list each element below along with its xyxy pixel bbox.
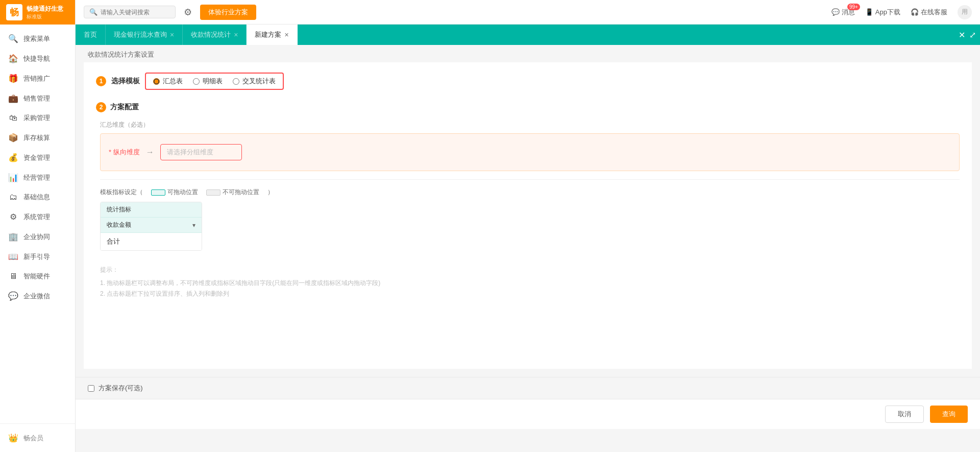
sales-icon: 💼 — [8, 93, 18, 103]
message-item[interactable]: 💬 消息 99+ — [831, 8, 855, 17]
service-item[interactable]: 🎧 在线客服 — [911, 8, 947, 17]
search-menu-icon: 🔍 — [8, 34, 18, 43]
tab-expand-icon[interactable]: ⤢ — [969, 30, 976, 40]
trial-button[interactable]: 体验行业方案 — [200, 5, 256, 20]
tab-bar: 首页 现金银行流水查询 × 收款情况统计 × 新建方案 × ✕ ⤢ — [76, 25, 980, 45]
dimension-config-label: 汇总维度（必选） — [100, 121, 960, 129]
sidebar-item-inventory[interactable]: 📦 库存核算 — [0, 128, 75, 148]
metrics-legend: 模板指标设定（ 可拖动位置 不可拖动位置 ） — [100, 188, 960, 197]
purchase-icon: 🛍 — [8, 113, 18, 123]
download-icon: 📱 — [865, 8, 873, 16]
guide-icon: 📖 — [8, 252, 18, 261]
operations-icon: 📊 — [8, 173, 18, 182]
tab-collection-stats-close[interactable]: × — [234, 31, 238, 39]
sidebar: 畅 畅捷通好生意 标准版 🔍 搜索菜单 🏠 快捷导航 🎁 营销推广 💼 销售管理… — [0, 0, 76, 452]
metrics-table-row: 合计 — [101, 233, 202, 250]
save-option-label[interactable]: 方案保存(可选) — [99, 384, 143, 393]
tab-bank-flow[interactable]: 现金银行流水查询 × — [106, 25, 183, 45]
hardware-icon: 🖥 — [8, 272, 18, 281]
enterprise-icon: 🏢 — [8, 232, 18, 242]
form-container: 1 选择模板 汇总表 明细表 交叉统计表 — [84, 62, 972, 369]
logo-text: 畅捷通好生意 标准版 — [27, 5, 63, 20]
sidebar-item-operations[interactable]: 📊 经营管理 — [0, 168, 75, 187]
sidebar-nav: 🔍 搜索菜单 🏠 快捷导航 🎁 营销推广 💼 销售管理 🛍 采购管理 📦 库存核… — [0, 25, 75, 423]
tips-section: 提示： 1. 拖动标题栏可以调整布局，不可跨维度或指标区域拖动目字段(只能在同一… — [100, 265, 960, 300]
step2-number: 2 — [96, 102, 106, 112]
topbar-right: 💬 消息 99+ 📱 App下载 🎧 在线客服 用 — [831, 5, 972, 19]
dimension-grid: 纵向维度 → 请选择分组维度 — [100, 133, 960, 171]
draggable-legend-icon — [151, 189, 165, 196]
download-item[interactable]: 📱 App下载 — [865, 8, 900, 17]
column-chevron-icon[interactable]: ▾ — [192, 222, 195, 229]
sidebar-item-sales[interactable]: 💼 销售管理 — [0, 88, 75, 108]
sidebar-item-hardware[interactable]: 🖥 智能硬件 — [0, 267, 75, 286]
breadcrumb: 收款情况统计方案设置 — [76, 45, 980, 62]
radio-cross[interactable]: 交叉统计表 — [233, 77, 276, 86]
quick-nav-icon: 🏠 — [8, 54, 18, 63]
radio-detail[interactable]: 明细表 — [193, 77, 223, 86]
tab-home[interactable]: 首页 — [76, 25, 106, 45]
vertical-dimension-label: 纵向维度 — [109, 148, 140, 157]
metrics-header: 模板指标设定（ 可拖动位置 不可拖动位置 ） — [100, 188, 960, 197]
search-input[interactable] — [101, 9, 162, 16]
save-checkbox[interactable] — [88, 385, 94, 392]
step2-section: 2 方案配置 汇总维度（必选） 纵向维度 → 请选择分组维度 — [96, 102, 960, 300]
sidebar-logo: 畅 畅捷通好生意 标准版 — [0, 0, 75, 25]
headset-icon: 🎧 — [911, 8, 919, 16]
radio-summary[interactable]: 汇总表 — [153, 77, 183, 86]
tip-item-1: 1. 拖动标题栏可以调整布局，不可跨维度或指标区域拖动目字段(只能在同一维度或指… — [100, 278, 960, 289]
dimension-row: 纵向维度 → 请选择分组维度 — [109, 144, 951, 160]
tab-controls: ✕ ⤢ — [954, 25, 980, 45]
sidebar-item-purchase[interactable]: 🛍 采购管理 — [0, 108, 75, 128]
step2-header: 2 方案配置 — [96, 102, 960, 112]
step2-title: 方案配置 — [110, 103, 139, 112]
sidebar-item-system[interactable]: ⚙ 系统管理 — [0, 207, 75, 227]
bottom-bar: 取消 查询 — [76, 399, 980, 429]
sidebar-footer: 👑 畅会员 — [0, 423, 75, 452]
tab-collection-stats[interactable]: 收款情况统计 × — [183, 25, 247, 45]
metrics-table-header[interactable]: 统计指标 — [101, 202, 202, 218]
step1-section: 1 选择模板 汇总表 明细表 交叉统计表 — [96, 73, 960, 90]
sidebar-item-basic-info[interactable]: 🗂 基础信息 — [0, 187, 75, 207]
search-icon: 🔍 — [89, 8, 97, 16]
member-icon: 👑 — [8, 433, 18, 443]
inventory-icon: 📦 — [8, 133, 18, 142]
user-avatar[interactable]: 用 — [958, 5, 972, 19]
draggable-legend: 可拖动位置 — [151, 188, 198, 197]
tab-bank-flow-close[interactable]: × — [170, 31, 174, 39]
system-icon: ⚙ — [8, 212, 18, 222]
finance-icon: 💰 — [8, 153, 18, 162]
wechat-icon: 💬 — [8, 291, 18, 301]
step1-number: 1 — [96, 76, 106, 86]
template-selection-box: 汇总表 明细表 交叉统计表 — [145, 73, 284, 90]
main-content: 🔍 ⚙ 体验行业方案 💬 消息 99+ 📱 App下载 🎧 在线客服 用 首页 — [76, 0, 980, 452]
tab-new-plan-close[interactable]: × — [284, 31, 288, 39]
settings-icon[interactable]: ⚙ — [184, 7, 192, 18]
topbar-search-box[interactable]: 🔍 — [84, 6, 176, 18]
query-button[interactable]: 查询 — [930, 406, 968, 423]
fixed-legend-icon — [206, 189, 220, 196]
tab-new-plan[interactable]: 新建方案 × — [247, 25, 297, 45]
tab-close-all-icon[interactable]: ✕ — [959, 30, 965, 40]
sidebar-item-guide[interactable]: 📖 新手引导 — [0, 247, 75, 267]
step1-title: 选择模板 — [111, 77, 140, 86]
logo-icon: 畅 — [6, 4, 22, 20]
sidebar-item-search-menu[interactable]: 🔍 搜索菜单 — [0, 29, 75, 49]
sidebar-item-member[interactable]: 👑 畅会员 — [0, 428, 75, 448]
cancel-button[interactable]: 取消 — [885, 406, 924, 423]
tip-item-2: 2. 点击标题栏下拉可设置排序、插入列和删除列 — [100, 289, 960, 300]
dimension-input[interactable]: 请选择分组维度 — [160, 144, 242, 160]
sidebar-item-wechat[interactable]: 💬 企业微信 — [0, 286, 75, 306]
sidebar-item-finance[interactable]: 💰 资金管理 — [0, 148, 75, 168]
metrics-column-header[interactable]: 收款金额 ▾ — [101, 218, 202, 233]
save-option: 方案保存(可选) — [76, 377, 980, 399]
sidebar-item-quick-nav[interactable]: 🏠 快捷导航 — [0, 49, 75, 68]
metrics-table: 统计指标 收款金额 ▾ 合计 — [100, 202, 202, 251]
sidebar-item-marketing[interactable]: 🎁 营销推广 — [0, 68, 75, 88]
message-icon: 💬 — [831, 8, 840, 16]
sidebar-item-enterprise[interactable]: 🏢 企业协同 — [0, 227, 75, 247]
tips-title: 提示： — [100, 265, 960, 276]
page-content: 收款情况统计方案设置 1 选择模板 汇总表 明细表 — [76, 45, 980, 452]
dimension-arrow: → — [146, 148, 154, 157]
topbar: 🔍 ⚙ 体验行业方案 💬 消息 99+ 📱 App下载 🎧 在线客服 用 — [76, 0, 980, 25]
